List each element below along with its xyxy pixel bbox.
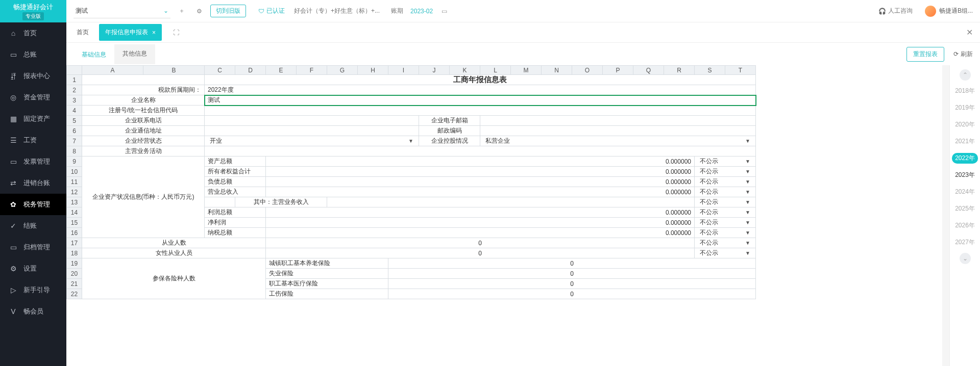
nav-icon: ▭ (9, 243, 17, 251)
sidebar-item-8[interactable]: ✿税务管理 (0, 194, 66, 215)
nav-label: 结账 (23, 221, 37, 230)
nav-icon: ⇄ (9, 179, 17, 187)
sidebar-item-2[interactable]: ⭿报表中心 (0, 65, 66, 87)
sidebar-item-10[interactable]: ▭归档管理 (0, 237, 66, 258)
sidebar-item-1[interactable]: ▭总账 (0, 44, 66, 65)
brand-logo: 畅捷通好会计 专业版 (0, 0, 66, 22)
subtab-basic[interactable]: 基础信息 (74, 44, 114, 64)
refresh-button[interactable]: ⟳ 刷新 (953, 50, 973, 59)
nav-icon: ▭ (9, 158, 17, 166)
switch-old-button[interactable]: 切到旧版 (210, 5, 246, 17)
toolbar: 基础信息 其他信息 重置报表 ⟳ 刷新 (66, 43, 980, 65)
sidebar-item-9[interactable]: ✓结账 (0, 215, 66, 237)
main: 测试 ⌄ ＋ ⚙ 切到旧版 🛡 已认证 好会计（专）+好生意（标）+... 账期… (66, 0, 980, 366)
close-all-tabs-button[interactable]: ✕ (966, 28, 973, 37)
sidebar-item-13[interactable]: V畅会员 (0, 301, 66, 322)
timeline-year[interactable]: 2023年 (952, 170, 978, 180)
period-value[interactable]: 2023-02 (410, 8, 433, 15)
nav-label: 进销台账 (23, 178, 50, 188)
fullscreen-icon[interactable]: ⛶ (173, 29, 179, 36)
nav-label: 设置 (23, 264, 37, 273)
timeline-year[interactable]: 2027年 (952, 237, 978, 248)
nav-icon: V (9, 307, 17, 316)
nav-label: 归档管理 (23, 243, 50, 252)
tab-home[interactable]: 首页 (74, 28, 92, 37)
plan-label: 好会计（专）+好生意（标）+... (294, 7, 380, 15)
nav-label: 资金管理 (23, 93, 50, 102)
timeline-year[interactable]: 2026年 (952, 220, 978, 231)
nav-icon: ◎ (9, 93, 17, 101)
nav-label: 工资 (23, 136, 37, 145)
nav-icon: ⭿ (9, 72, 17, 80)
nav-label: 固定资产 (23, 114, 50, 123)
nav-icon: ✿ (9, 200, 17, 208)
avatar (925, 6, 936, 17)
subtabs: 基础信息 其他信息 (74, 44, 155, 64)
nav-label: 报表中心 (23, 71, 50, 81)
sidebar-item-3[interactable]: ◎资金管理 (0, 87, 66, 108)
headset-icon: 🎧 (878, 8, 886, 15)
nav-icon: ▦ (9, 115, 17, 123)
timeline-year[interactable]: 2025年 (952, 203, 978, 214)
settings-icon[interactable]: ⚙ (193, 5, 205, 17)
subtab-other[interactable]: 其他信息 (114, 44, 155, 64)
timeline-year[interactable]: 2018年 (952, 86, 978, 96)
sidebar-item-0[interactable]: ⌂首页 (0, 22, 66, 44)
reset-button[interactable]: 重置报表 (906, 47, 944, 62)
tab-annual-report[interactable]: 年报信息申报表 × (99, 24, 162, 41)
timeline-down-button[interactable]: ⌄ (960, 253, 971, 264)
nav-label: 总账 (23, 50, 37, 59)
sidebar-item-6[interactable]: ▭发票管理 (0, 151, 66, 172)
page-tabs: 首页 年报信息申报表 × ✕ ⛶ (66, 22, 980, 43)
shield-icon: 🛡 (258, 8, 264, 15)
period-label: 账期 (391, 7, 403, 15)
year-timeline: ⌃ 2018年2019年2020年2021年2022年2023年2024年202… (949, 65, 980, 366)
nav-icon: ✓ (9, 222, 17, 230)
brand-name: 畅捷通好会计 (13, 3, 53, 12)
nav-label: 首页 (23, 29, 37, 38)
timeline-year[interactable]: 2022年 (952, 153, 978, 164)
nav-icon: ▷ (9, 286, 17, 294)
nav-label: 税务管理 (23, 200, 50, 209)
selected-cell[interactable]: 测试 (205, 95, 756, 106)
sidebar-item-5[interactable]: ☰工资 (0, 129, 66, 151)
sidebar-item-7[interactable]: ⇄进销台账 (0, 172, 66, 194)
timeline-year[interactable]: 2021年 (952, 136, 978, 147)
sidebar-item-12[interactable]: ▷新手引导 (0, 279, 66, 301)
nav-label: 新手引导 (23, 285, 50, 295)
close-icon[interactable]: × (152, 29, 156, 36)
nav-label: 发票管理 (23, 157, 50, 166)
nav-icon: ☰ (9, 136, 17, 144)
sidebar-item-4[interactable]: ▦固定资产 (0, 108, 66, 129)
timeline-year[interactable]: 2019年 (952, 102, 978, 113)
company-selector[interactable]: 测试 ⌄ (74, 4, 170, 18)
company-name: 测试 (76, 7, 88, 15)
chevron-down-icon: ⌄ (163, 7, 168, 14)
sidebar: 畅捷通好会计 专业版 ⌂首页▭总账⭿报表中心◎资金管理▦固定资产☰工资▭发票管理… (0, 0, 66, 366)
brand-edition: 专业版 (22, 12, 44, 20)
sidebar-item-11[interactable]: ⚙设置 (0, 258, 66, 279)
timeline-up-button[interactable]: ⌃ (960, 69, 971, 81)
tab-label: 年报信息申报表 (105, 28, 148, 37)
user-name: 畅捷通B组... (939, 7, 973, 15)
vertical-scrollbar[interactable] (942, 65, 949, 366)
topbar: 测试 ⌄ ＋ ⚙ 切到旧版 🛡 已认证 好会计（专）+好生意（标）+... 账期… (66, 0, 980, 22)
nav-icon: ▭ (9, 50, 17, 59)
nav-label: 畅会员 (23, 307, 43, 316)
add-company-button[interactable]: ＋ (176, 5, 188, 17)
timeline-year[interactable]: 2024年 (952, 187, 978, 197)
refresh-icon: ⟳ (953, 50, 959, 58)
timeline-year[interactable]: 2020年 (952, 119, 978, 130)
verified-badge: 🛡 已认证 (258, 7, 285, 15)
nav-icon: ⌂ (9, 29, 17, 37)
user-menu[interactable]: 畅捷通B组... (925, 6, 973, 17)
nav-icon: ⚙ (9, 265, 17, 273)
customer-service-button[interactable]: 🎧 人工咨询 (878, 7, 913, 15)
spreadsheet[interactable]: ABCDEFGHIJKLMNOPQRST1工商年报信息表2税款所属期间：2022… (66, 65, 942, 366)
period-dropdown-icon[interactable]: ▭ (438, 5, 450, 17)
